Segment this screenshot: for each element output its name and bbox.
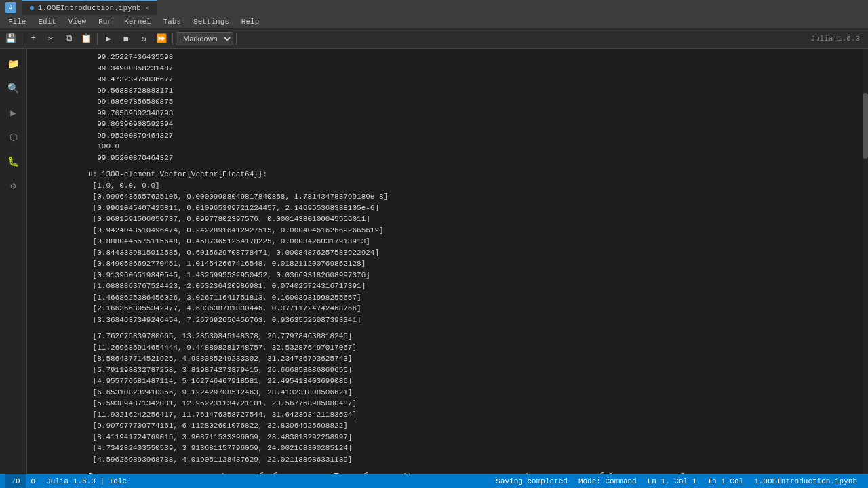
cell-output-text-3: [7.762675839780665, 13.28530845148378, 2… [88,331,857,465]
menu-view[interactable]: View [63,15,92,28]
tab-label: 1.OOEIntroduction.ipynb [38,4,141,12]
cell-output-text-1: 99.25227436435598 99.34900858231487 99.4… [88,52,857,163]
toolbar-separator-1 [22,33,22,45]
scroll-thumb[interactable] [863,93,868,159]
modified-indicator [30,6,34,10]
main-area: 📁 🔍 ▶ ⬡ 🐛 ⚙ 99.25227436435598 99.3490085… [0,49,868,488]
title-bar: J 1.OOEIntroduction.ipynb ✕ [0,0,868,15]
status-filename: 1.OOEIntroduction.ipynb [749,474,863,488]
restart-run-button[interactable]: ⏩ [153,30,170,47]
sidebar-run-icon[interactable]: ▶ [4,103,23,122]
julia-version: Julia 1.6.3 [810,35,865,43]
tab-bar: 1.OOEIntroduction.ipynb ✕ [22,0,157,15]
save-button[interactable]: 💾 [3,30,19,47]
sidebar-folder-icon[interactable]: 📁 [4,54,23,73]
status-save: Saving completed [490,474,573,488]
menu-bar: File Edit View Run Kernel Tabs Settings … [0,15,868,28]
app-icon: J [5,2,16,13]
menu-tabs[interactable]: Tabs [158,15,186,28]
status-mode: Mode: Command [573,474,642,488]
copy-cell-button[interactable]: ⧉ [60,30,77,47]
cut-cell-button[interactable]: ✂ [43,30,59,47]
menu-kernel[interactable]: Kernel [119,15,157,28]
git-branch-icon: ⑂ [11,477,16,485]
cell-number-2 [28,166,83,328]
toolbar: 💾 + ✂ ⧉ 📋 ▶ ◼ ↻ ⏩ Markdown Code Raw Juli… [0,28,868,49]
sidebar-settings-icon[interactable]: ⚙ [4,176,23,195]
cell-content-3: [7.762675839780665, 13.28530845148378, 2… [83,328,863,468]
notebook-tab[interactable]: 1.OOEIntroduction.ipynb ✕ [22,0,157,15]
cell-output-1: 99.25227436435598 99.34900858231487 99.4… [27,49,863,166]
cell-content-2: u: 1300-element Vector{Vector{Float64}}:… [83,166,863,328]
run-button[interactable]: ▶ [100,30,117,47]
cell-number-1 [28,49,83,166]
sidebar: 📁 🔍 ▶ ⬡ 🐛 ⚙ [0,49,27,488]
status-git: ⑂ 0 [5,474,26,488]
toolbar-separator-4 [236,33,237,45]
restart-button[interactable]: ↻ [136,30,152,47]
paste-cell-button[interactable]: 📋 [78,30,94,47]
toolbar-separator-3 [172,33,173,45]
status-bar: ⑂ 0 0 Julia 1.6.3 | Idle Saving complete… [0,474,868,488]
cell-output-text-2: u: 1300-element Vector{Vector{Float64}}:… [88,169,857,325]
menu-file[interactable]: File [3,15,31,28]
menu-edit[interactable]: Edit [33,15,61,28]
cell-number-3 [28,328,83,468]
status-kernel: Julia 1.6.3 | Idle [41,474,132,488]
toolbar-separator-2 [97,33,98,45]
add-cell-button[interactable]: + [25,30,41,47]
cell-content-1: 99.25227436435598 99.34900858231487 99.4… [83,49,863,166]
scrollbar[interactable] [863,49,868,488]
status-position: Ln 1, Col 1 [642,474,703,488]
interrupt-button[interactable]: ◼ [118,30,134,47]
status-col: In 1 Col [702,474,749,488]
cell-output-2: u: 1300-element Vector{Vector{Float64}}:… [27,166,863,328]
menu-run[interactable]: Run [93,15,117,28]
sidebar-debug-icon[interactable]: 🐛 [4,152,23,171]
menu-help[interactable]: Help [236,15,264,28]
cell-output-3: [7.762675839780665, 13.28530845148378, 2… [27,328,863,468]
notebook[interactable]: 99.25227436435598 99.34900858231487 99.4… [27,49,863,488]
tab-close-button[interactable]: ✕ [145,4,149,12]
git-count: 0 [16,477,20,485]
sidebar-search-icon[interactable]: 🔍 [4,79,23,98]
cell-type-selector[interactable]: Markdown Code Raw [176,32,233,45]
menu-settings[interactable]: Settings [188,15,235,28]
sidebar-extensions-icon[interactable]: ⬡ [4,127,23,146]
status-errors: 0 [26,474,41,488]
